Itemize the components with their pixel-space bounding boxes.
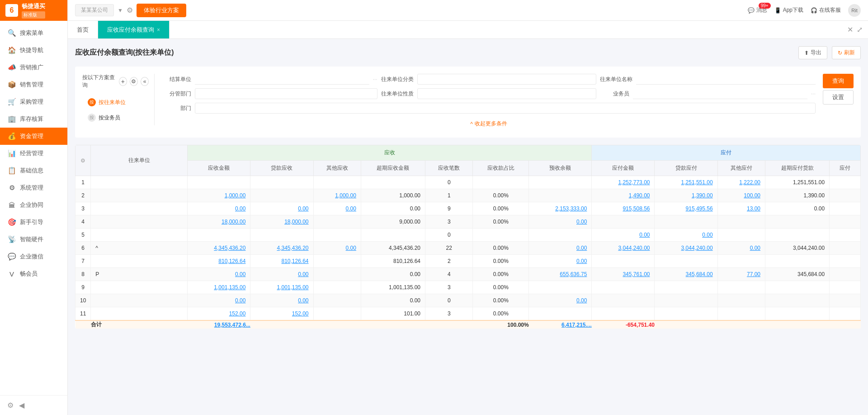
td-recv-loan[interactable]: 0.00 xyxy=(250,294,313,307)
sidebar-item-quicknav[interactable]: 🏠 快捷导航 xyxy=(0,42,67,59)
scheme-by-staff[interactable]: 按 按业务员 xyxy=(82,110,149,125)
td-pay-other[interactable]: 1,222.00 xyxy=(717,176,765,189)
tab-close-icon[interactable]: × xyxy=(157,27,160,33)
query-button[interactable]: 查询 xyxy=(823,74,854,88)
td-pay-amount[interactable]: 0.00 xyxy=(592,229,655,242)
td-recv-loan[interactable]: 18,000.00 xyxy=(250,215,313,229)
td-pay-amount[interactable]: 345,761.00 xyxy=(592,268,655,281)
td-pay-loan[interactable]: 3,044,240.00 xyxy=(655,242,717,255)
collapse-filter-btn[interactable]: ^ 收起更多条件 xyxy=(162,117,816,130)
service-item[interactable]: 🎧 在线客服 xyxy=(811,6,841,14)
td-recv-prepay[interactable]: 0.00 xyxy=(529,294,592,307)
sidebar-item-search[interactable]: 🔍 搜索菜单 xyxy=(0,24,67,42)
tab-receivable[interactable]: 应收应付余额查询 × xyxy=(98,21,170,38)
sidebar-item-basic[interactable]: 📋 基础信息 xyxy=(0,162,67,179)
collapse-sidebar-icon[interactable]: ◀ xyxy=(19,401,24,410)
footer-recv-amount[interactable]: 19,553,472,6... xyxy=(188,320,250,329)
filter-unit-name: 往来单位名称 xyxy=(600,74,816,85)
sidebar-item-wechat[interactable]: 💬 企业微信 xyxy=(0,248,67,265)
settings-bottom-icon[interactable]: ⚙ xyxy=(7,401,14,410)
scheme-by-unit[interactable]: 按 按往来单位 xyxy=(82,95,149,110)
dept-select[interactable] xyxy=(195,103,816,114)
td-recv-other[interactable]: 1,000.00 xyxy=(313,189,361,202)
salesperson-dots[interactable]: ··· xyxy=(811,91,816,97)
td-recv-loan[interactable]: 810,126.64 xyxy=(250,255,313,268)
sidebar-item-marketing[interactable]: 📣 营销推广 xyxy=(0,59,67,76)
table-container[interactable]: ⚙ 往来单位 应收 应付 应收金额 贷款应收 其他应收 超期应收金额 应收笔数 xyxy=(75,145,861,329)
sidebar-item-sales[interactable]: 📦 销售管理 xyxy=(0,76,67,93)
td-recv-amount[interactable]: 4,345,436.20 xyxy=(188,242,250,255)
td-recv-amount[interactable]: 1,001,135.00 xyxy=(188,281,250,294)
td-recv-amount[interactable]: 0.00 xyxy=(188,294,250,307)
solution-btn[interactable]: 体验行业方案 xyxy=(137,4,186,17)
td-recv-amount[interactable]: 1,000.00 xyxy=(188,189,250,202)
salesperson-input[interactable] xyxy=(633,89,807,99)
filter-settings-icon[interactable]: ⚙ xyxy=(130,77,138,86)
filter-expand-icon[interactable]: « xyxy=(141,77,149,86)
chevron-down-icon[interactable]: ▼ xyxy=(118,7,123,14)
td-pay-other[interactable]: 13.00 xyxy=(717,202,765,215)
td-recv-prepay[interactable]: 655,636.75 xyxy=(529,268,592,281)
td-recv-prepay[interactable]: 0.00 xyxy=(529,242,592,255)
td-recv-amount[interactable]: 0.00 xyxy=(188,202,250,215)
sidebar-item-purchase[interactable]: 🛒 采购管理 xyxy=(0,93,67,110)
td-pay-other[interactable]: 100.00 xyxy=(717,189,765,202)
td-recv-loan[interactable]: 4,345,436.20 xyxy=(250,242,313,255)
td-recv-prepay[interactable]: 0.00 xyxy=(529,255,592,268)
refresh-button[interactable]: ↻ 刷新 xyxy=(832,46,861,59)
th-recv-ratio: 应收款占比 xyxy=(473,161,529,176)
footer-recv-prepay[interactable]: 6,417,215.... xyxy=(529,320,592,329)
td-recv-amount[interactable]: 18,000.00 xyxy=(188,215,250,229)
td-pay-amount[interactable]: 3,044,240.00 xyxy=(592,242,655,255)
td-pay-other[interactable]: 77.00 xyxy=(717,268,765,281)
settings-topbar-icon[interactable]: ⚙ xyxy=(127,6,133,14)
settlement-dots[interactable]: ··· xyxy=(373,76,377,82)
td-recv-other[interactable]: 0.00 xyxy=(313,202,361,215)
tab-home[interactable]: 首页 xyxy=(68,21,98,38)
td-recv-loan[interactable]: 0.00 xyxy=(250,268,313,281)
td-pay-loan[interactable]: 1,390.00 xyxy=(655,189,717,202)
app-download-item[interactable]: 📱 App下载 xyxy=(774,6,803,14)
company-name[interactable]: 某某某公司 xyxy=(75,4,114,16)
export-button[interactable]: ⬆ 导出 xyxy=(798,46,827,59)
td-recv-loan[interactable]: 0.00 xyxy=(250,202,313,215)
unit-type-select[interactable] xyxy=(417,74,597,85)
td-pay-loan[interactable]: 345,684.00 xyxy=(655,268,717,281)
td-recv-prepay[interactable]: 2,153,333.00 xyxy=(529,202,592,215)
th-settings[interactable]: ⚙ xyxy=(75,145,91,176)
settlement-input[interactable] xyxy=(195,74,369,85)
td-pay-loan[interactable]: 1,251,551.00 xyxy=(655,176,717,189)
table-settings-icon[interactable]: ⚙ xyxy=(80,157,85,164)
maximize-icon[interactable]: ⤢ xyxy=(857,25,863,34)
filter-add-btn[interactable]: + xyxy=(119,77,127,86)
td-recv-amount[interactable]: 0.00 xyxy=(188,268,250,281)
td-pay-amount[interactable]: 1,490.00 xyxy=(592,189,655,202)
sidebar-item-enterprise[interactable]: 🏛 企业协同 xyxy=(0,196,67,214)
td-pay-loan[interactable]: 915,495.56 xyxy=(655,202,717,215)
td-recv-prepay[interactable]: 0.00 xyxy=(529,215,592,229)
close-tab-icon[interactable]: ✕ xyxy=(847,25,853,34)
unit-name-input[interactable] xyxy=(636,74,816,85)
dept-manage-select[interactable] xyxy=(195,88,377,99)
sidebar-item-operations[interactable]: 📊 经营管理 xyxy=(0,145,67,162)
td-recv-other[interactable]: 0.00 xyxy=(313,242,361,255)
message-icon-item[interactable]: 💬 消息 99+ xyxy=(748,6,767,14)
td-pay-amount[interactable]: 915,508.56 xyxy=(592,202,655,215)
sidebar-item-system[interactable]: ⚙ 系统管理 xyxy=(0,179,67,196)
td-pay-loan[interactable]: 0.00 xyxy=(655,229,717,242)
unit-nature-select[interactable] xyxy=(417,88,597,99)
td-recv-amount[interactable]: 810,126.64 xyxy=(188,255,250,268)
sidebar-item-guide[interactable]: 🎯 新手引导 xyxy=(0,214,67,231)
sidebar-item-hardware[interactable]: 📡 智能硬件 xyxy=(0,231,67,248)
td-recv-loan[interactable]: 152.00 xyxy=(250,307,313,321)
table-row: 8P0.000.000.0040.00%655,636.75345,761.00… xyxy=(75,268,861,281)
td-pay-amount[interactable]: 1,252,773.00 xyxy=(592,176,655,189)
sidebar-item-member[interactable]: V 畅会员 xyxy=(0,265,67,282)
td-pay-other[interactable]: 0.00 xyxy=(717,242,765,255)
td-recv-amount[interactable]: 152.00 xyxy=(188,307,250,321)
td-recv-loan[interactable]: 1,001,135.00 xyxy=(250,281,313,294)
sidebar-item-inventory[interactable]: 🏢 库存核算 xyxy=(0,110,67,128)
user-avatar[interactable]: Rit xyxy=(848,4,861,17)
sidebar-item-finance[interactable]: 💰 资金管理 xyxy=(0,128,67,145)
set-button[interactable]: 设置 xyxy=(823,90,854,105)
